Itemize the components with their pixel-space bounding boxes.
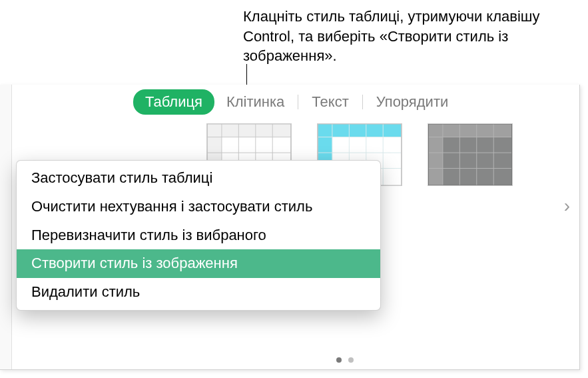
next-page-arrow-icon[interactable]: ›	[564, 195, 570, 217]
table-style-dark-icon	[428, 124, 512, 185]
pager-dot-1[interactable]	[336, 357, 342, 363]
menu-clear-overrides-apply-style[interactable]: Очистити нехтування і застосувати стиль	[17, 193, 380, 221]
tab-divider	[362, 95, 363, 109]
menu-apply-table-style[interactable]: Застосувати стиль таблиці	[17, 164, 380, 193]
tab-cell[interactable]: Клітинка	[214, 89, 296, 115]
svg-rect-24	[428, 124, 443, 185]
tab-table[interactable]: Таблиця	[133, 89, 214, 115]
tab-arrange[interactable]: Упорядити	[364, 89, 461, 115]
context-menu: Застосувати стиль таблиці Очистити нехту…	[16, 160, 381, 311]
menu-create-style-from-image[interactable]: Створити стиль із зображення	[17, 249, 380, 278]
menu-delete-style[interactable]: Видалити стиль	[17, 278, 380, 307]
pager-dots	[336, 357, 354, 363]
callout-text: Клацніть стиль таблиці, утримуючи клавіш…	[243, 7, 576, 66]
menu-redefine-style-from-selection[interactable]: Перевизначити стиль із вибраного	[17, 221, 380, 250]
inspector-tabs: Таблиця Клітинка Текст Упорядити	[133, 89, 460, 115]
tab-divider	[298, 95, 298, 109]
panel-left-edge	[0, 85, 12, 369]
table-style-dark[interactable]	[428, 123, 513, 186]
pager-dot-2[interactable]	[348, 357, 354, 363]
tab-text[interactable]: Текст	[300, 89, 360, 115]
